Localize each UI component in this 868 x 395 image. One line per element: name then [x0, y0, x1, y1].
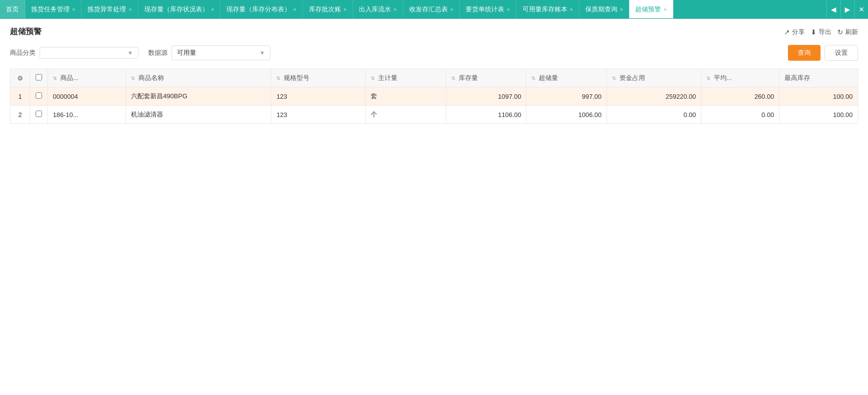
- close-batch-icon[interactable]: ×: [344, 6, 347, 12]
- nav-item-order-stat[interactable]: 要货单统计表 ×: [460, 0, 516, 18]
- sort-spec-icon: ⇅: [276, 76, 280, 81]
- cell-unit: 套: [366, 87, 446, 106]
- page-title: 超储预警: [10, 27, 42, 37]
- sort-unit-icon: ⇅: [371, 76, 375, 81]
- cell-unit: 个: [366, 106, 446, 124]
- page-container: 超储预警 ↗ 分享 ⬇ 导出 ↻ 刷新 商品分类 ▼ 数据源: [0, 19, 868, 395]
- row-checkbox[interactable]: [36, 92, 42, 99]
- settings-button[interactable]: 设置: [825, 45, 858, 61]
- row-checkbox-cell: [30, 106, 48, 124]
- sort-capital-icon: ⇅: [612, 76, 616, 81]
- close-stock-status-icon[interactable]: ×: [211, 6, 214, 12]
- sort-stock-icon: ⇅: [451, 76, 455, 81]
- sort-product-name-icon: ⇅: [131, 76, 135, 81]
- col-avg[interactable]: ⇅ 平均...: [701, 69, 780, 87]
- query-button[interactable]: 查询: [788, 45, 821, 61]
- datasource-filter: 数据源 可用量 ▼: [148, 45, 270, 60]
- close-task-icon[interactable]: ×: [72, 6, 75, 12]
- share-icon: ↗: [784, 28, 790, 36]
- category-label: 商品分类: [10, 48, 36, 57]
- nav-arrows: ◀ ▶ ✕: [826, 0, 868, 18]
- nav-item-summary[interactable]: 收发存汇总表 ×: [403, 0, 460, 18]
- nav-item-exception[interactable]: 拣货异常处理 ×: [82, 0, 138, 18]
- cell-stock: 1097.00: [446, 87, 526, 106]
- datasource-select[interactable]: 可用量 ▼: [172, 45, 270, 60]
- sort-avg-icon: ⇅: [706, 76, 710, 81]
- nav-item-batch[interactable]: 库存批次账 ×: [303, 0, 353, 18]
- col-product-name[interactable]: ⇅ 商品名称: [126, 69, 271, 87]
- select-all-checkbox[interactable]: [36, 74, 42, 80]
- cell-spec: 123: [271, 87, 366, 106]
- datasource-arrow-icon: ▼: [260, 50, 265, 56]
- cell-avg: 0.00: [701, 106, 780, 124]
- category-filter: 商品分类 ▼: [10, 47, 138, 59]
- share-button[interactable]: ↗ 分享: [784, 28, 805, 37]
- filter-row: 商品分类 ▼ 数据源 可用量 ▼ 查询 设置: [10, 45, 858, 61]
- sort-product-code-icon: ⇅: [53, 76, 57, 81]
- row-checkbox[interactable]: [36, 111, 42, 117]
- nav-prev-arrow[interactable]: ◀: [826, 0, 840, 18]
- col-unit[interactable]: ⇅ 主计量: [366, 69, 446, 87]
- nav-item-home[interactable]: 首页: [0, 0, 25, 18]
- nav-item-stock-dist[interactable]: 现存量（库存分布表） ×: [220, 0, 303, 18]
- cell-overstock: 997.00: [526, 87, 607, 106]
- datasource-value: 可用量: [177, 48, 196, 57]
- table-body: 1 0000004 六配套新昌490BPG 123 套 1097.00 997.…: [10, 87, 858, 124]
- cell-avg: 260.00: [701, 87, 780, 106]
- close-inout-icon[interactable]: ×: [393, 6, 396, 12]
- nav-item-available[interactable]: 可用量库存账本 ×: [517, 0, 579, 18]
- sort-overstock-icon: ⇅: [531, 76, 535, 81]
- table-row[interactable]: 2 186-10... 机油滤清器 123 个 1106.00 1006.00 …: [10, 106, 858, 124]
- close-overstock-icon[interactable]: ×: [663, 6, 666, 12]
- row-checkbox-cell: [30, 87, 48, 106]
- close-summary-icon[interactable]: ×: [450, 6, 453, 12]
- col-stock[interactable]: ⇅ 库存量: [446, 69, 526, 87]
- col-overstock[interactable]: ⇅ 超储量: [526, 69, 607, 87]
- table-header: ⚙ ⇅ 商品... ⇅ 商品名称 ⇅ 规格型号 ⇅: [10, 69, 858, 87]
- category-arrow-icon: ▼: [128, 50, 133, 56]
- table-row[interactable]: 1 0000004 六配套新昌490BPG 123 套 1097.00 997.…: [10, 87, 858, 106]
- nav-item-expiry[interactable]: 保质期查询 ×: [579, 0, 629, 18]
- nav-item-overstock[interactable]: 超储预警 ×: [629, 0, 673, 18]
- col-checkbox: [30, 69, 48, 87]
- col-max-stock: 最高库存: [779, 69, 858, 87]
- close-order-stat-icon[interactable]: ×: [507, 6, 510, 12]
- cell-product-name: 机油滤清器: [126, 106, 271, 124]
- data-table: ⚙ ⇅ 商品... ⇅ 商品名称 ⇅ 规格型号 ⇅: [10, 69, 858, 124]
- close-exception-icon[interactable]: ×: [129, 6, 131, 12]
- cell-stock: 1106.00: [446, 106, 526, 124]
- cell-product-code: 186-10...: [48, 106, 126, 124]
- cell-max-stock: 100.00: [779, 87, 858, 106]
- col-spec[interactable]: ⇅ 规格型号: [271, 69, 366, 87]
- col-gear[interactable]: ⚙: [10, 69, 30, 87]
- row-number: 2: [10, 106, 30, 124]
- filter-actions: 查询 设置: [788, 45, 858, 61]
- export-button[interactable]: ⬇ 导出: [811, 28, 831, 37]
- category-select[interactable]: ▼: [40, 47, 138, 59]
- refresh-button[interactable]: ↻ 刷新: [837, 28, 858, 37]
- cell-overstock: 1006.00: [526, 106, 607, 124]
- nav-item-task[interactable]: 拣货任务管理 ×: [25, 0, 82, 18]
- close-stock-dist-icon[interactable]: ×: [293, 6, 296, 12]
- gear-icon: ⚙: [17, 75, 23, 82]
- nav-item-inout[interactable]: 出入库流水 ×: [353, 0, 403, 18]
- cell-product-name: 六配套新昌490BPG: [126, 87, 271, 106]
- cell-product-code: 0000004: [48, 87, 126, 106]
- cell-capital: 0.00: [607, 106, 701, 124]
- cell-capital: 259220.00: [607, 87, 701, 106]
- nav-close-arrow[interactable]: ✕: [854, 0, 868, 18]
- row-number: 1: [10, 87, 30, 106]
- col-capital[interactable]: ⇅ 资金占用: [607, 69, 701, 87]
- page-header: 超储预警 ↗ 分享 ⬇ 导出 ↻ 刷新: [10, 27, 858, 37]
- close-available-icon[interactable]: ×: [570, 6, 573, 12]
- col-product-code[interactable]: ⇅ 商品...: [48, 69, 126, 87]
- nav-item-stock-status[interactable]: 现存量（库存状况表） ×: [138, 0, 220, 18]
- header-actions: ↗ 分享 ⬇ 导出 ↻ 刷新: [784, 28, 858, 37]
- datasource-label: 数据源: [148, 48, 168, 57]
- export-icon: ⬇: [811, 28, 817, 36]
- cell-spec: 123: [271, 106, 366, 124]
- refresh-icon: ↻: [837, 28, 843, 36]
- close-expiry-icon[interactable]: ×: [620, 6, 623, 12]
- nav-next-arrow[interactable]: ▶: [840, 0, 854, 18]
- cell-max-stock: 100.00: [779, 106, 858, 124]
